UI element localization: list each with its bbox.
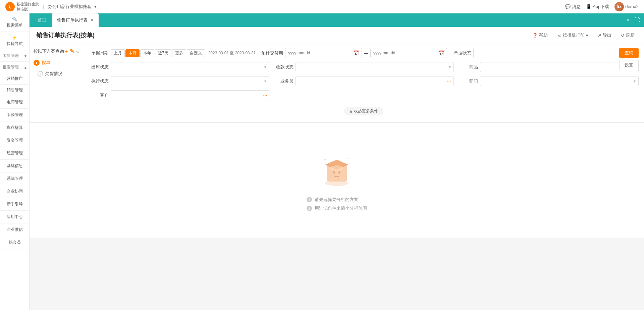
product-input[interactable]: ··· [480,62,639,72]
scheme-item-by-order[interactable]: ● 按单 [30,57,83,68]
sidebar-system[interactable]: 系统管理 [0,172,29,185]
out-status-label: 出库状态 [89,64,109,70]
page-content: 销售订单执行表(按单) ❓ 帮助 🖨 按模板打印 ▾ ↗ 导出 [30,27,644,310]
sidebar-retail-mgmt[interactable]: 零售管理 ▾ [0,50,29,62]
sidebar-operations[interactable]: 经营管理 [0,147,29,160]
app-download-button[interactable]: 📱 App下载 [586,4,609,10]
product-label: 商品 [458,64,478,70]
expected-date-start-input[interactable] [285,49,351,57]
sidebar-wechat[interactable]: 企业微信 [0,223,29,236]
scheme-collapse-button[interactable]: « [76,49,79,54]
sidebar-enterprise[interactable]: 企业协同 [0,185,29,198]
out-status-select[interactable]: ▾ [111,62,269,72]
sidebar-guide[interactable]: 新手引导 [0,198,29,211]
sidebar-item-sales[interactable]: 销售管理 [0,85,29,96]
scheme-panel: 按以下方案查询 + ✎ « ● 按单 ○ 欠货情况 [30,44,83,122]
sidebar-quick-nav[interactable]: ⚡ 快捷导航 [0,32,29,50]
help-icon: ❓ [532,33,538,38]
date-btn-this-month[interactable]: 本月 [125,49,140,57]
sidebar-vip[interactable]: 畅会员 [0,236,29,249]
date-btn-more[interactable]: 更多 [172,49,186,57]
date-btn-this-year[interactable]: 本年 [140,49,154,57]
receipt-status-select[interactable]: ▾ [296,62,454,72]
sidebar-purchase[interactable]: 采购管理 [0,109,29,121]
product-search-input[interactable] [480,63,629,71]
refresh-icon: ↺ [621,33,625,38]
scheme-inactive-icon: ○ [38,71,43,76]
scheme-add-button[interactable]: + [65,48,68,54]
logo-area: 好 畅捷通好生意 标准版 [5,2,39,11]
export-button[interactable]: ↗ 导出 [595,31,614,40]
department-label: 部门 [458,78,478,84]
fullscreen-button[interactable]: ⛶ [633,16,641,24]
expected-date-group: 预计交货期 📅 — 📅 [260,48,447,58]
sidebar-item-marketing[interactable]: 营销推广 [0,73,29,85]
help-button[interactable]: ❓ 帮助 [530,31,550,40]
collapse-button[interactable]: ∧ 收起更多条件 [344,107,383,115]
date-label: 单据日期 [89,50,109,56]
salesperson-dots-icon[interactable]: ··· [444,79,454,84]
scheme-edit-button[interactable]: ✎ [70,48,74,54]
exec-status-select[interactable]: ▾ [111,76,269,86]
scheme-item-shortage[interactable]: ○ 欠货情况 [30,68,83,79]
customer-dots-icon[interactable]: ··· [261,93,270,98]
date-btn-last-month[interactable]: 上月 [111,49,125,57]
sidebar-basic-info[interactable]: 基础信息 [0,160,29,172]
out-status-group: 出库状态 ▾ [89,62,269,72]
message-icon: 💬 [565,4,571,9]
tab-sales-order[interactable]: 销售订单执行表 × [52,13,99,27]
sidebar-wholesale-mgmt[interactable]: 批发管理 ▴ [0,62,29,73]
customer-input[interactable]: ··· [111,90,270,100]
svg-text:✦: ✦ [347,157,349,160]
print-button[interactable]: 🖨 按模板打印 ▾ [554,31,591,40]
sidebar-search[interactable]: 🔍 搜索菜单 [0,13,29,32]
logo-icon: 好 [5,2,15,11]
query-button[interactable]: 查询 [619,48,639,58]
page-title: 销售订单执行表(按单) [36,31,95,39]
query-action-area: 查询 设置 [619,48,639,70]
doc-status-select[interactable]: ▾ [473,48,639,58]
page-actions: ❓ 帮助 🖨 按模板打印 ▾ ↗ 导出 ↺ 刷新 [530,31,637,40]
settings-button[interactable]: 设置 [619,60,639,70]
top-header: 好 畅捷通好生意 标准版 | 办公用品行业模拟账套 ▾ 💬 消息 📱 App下载… [0,0,644,13]
expected-date-end[interactable]: 📅 [370,48,447,58]
tab-home[interactable]: 首页 [32,13,52,27]
results-area: ✦ ✦ ✦ 1 请先选择要分析的方案 2 [30,122,644,238]
collapse-arrow-icon: ∧ [350,109,353,114]
message-button[interactable]: 💬 消息 [565,4,581,10]
sidebar-ecommerce[interactable]: 电商管理 [0,96,29,109]
customer-search-input[interactable] [111,92,261,99]
salesperson-input[interactable]: ··· [296,76,454,86]
date-btn-custom[interactable]: 自定义 [187,49,205,57]
breadcrumb-dropdown[interactable]: ▾ [94,4,96,9]
tab-close-button[interactable]: × [91,18,93,22]
expected-date-start[interactable]: 📅 [285,48,362,58]
salesperson-search-input[interactable] [296,78,444,85]
filter-row-1: 单据日期 上月 本月 本年 近7天 更多 自定义 2023-03-01 至 20… [89,48,639,58]
date-range-text: 2023-03-01 至 2023-03-31 [208,50,256,56]
customer-group: 客户 ··· [89,90,270,100]
svg-text:✦: ✦ [323,158,327,162]
tab-bar: 首页 销售订单执行表 × × ⛶ [30,13,644,27]
refresh-button[interactable]: ↺ 刷新 [618,31,637,40]
svg-point-10 [338,171,340,173]
expected-date-end-input[interactable] [371,49,436,57]
user-profile[interactable]: Ea demo2 [614,2,639,11]
scheme-actions: + ✎ « [65,48,79,54]
window-close-button[interactable]: × [625,16,631,24]
out-status-dropdown-icon: ▾ [264,65,266,69]
svg-text:✦: ✦ [343,165,344,167]
department-select[interactable]: ▾ [480,76,639,86]
tip-num-1: 1 [307,197,312,202]
sidebar-finance[interactable]: 资金管理 [0,134,29,147]
doc-date-group: 单据日期 上月 本月 本年 近7天 更多 自定义 2023-03-01 至 20… [89,49,256,57]
empty-illustration: ✦ ✦ ✦ [317,150,357,190]
filter-container: 单据日期 上月 本月 本年 近7天 更多 自定义 2023-03-01 至 20… [83,44,644,122]
sidebar-inventory[interactable]: 库存核算 [0,121,29,134]
export-icon: ↗ [598,33,601,38]
department-group: 部门 ▾ [458,76,639,86]
sidebar-app-center[interactable]: 应用中心 [0,211,29,223]
calendar-icon-1: 📅 [351,50,362,56]
chevron-up-icon: ▴ [24,65,26,70]
date-btn-7days[interactable]: 近7天 [155,49,171,57]
